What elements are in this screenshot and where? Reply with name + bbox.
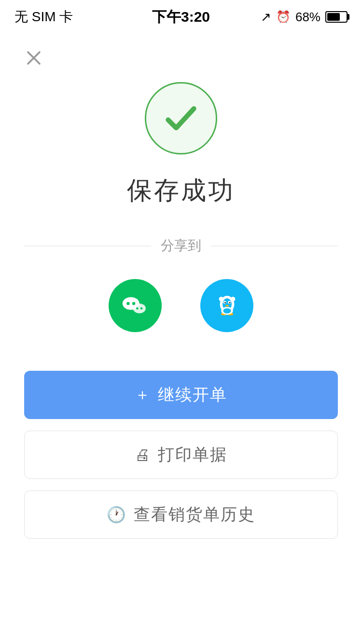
svg-point-21 — [230, 297, 235, 301]
success-icon-circle — [145, 82, 217, 154]
status-bar: 无 SIM 卡 下午3:20 ↗ ⏰ 68% — [0, 0, 362, 34]
history-button[interactable]: 🕐 查看销货单历史 — [24, 490, 338, 539]
svg-point-5 — [132, 302, 135, 305]
svg-point-4 — [126, 302, 129, 305]
battery-percentage: 68% — [295, 10, 320, 25]
history-icon: 🕐 — [107, 505, 126, 524]
svg-point-20 — [219, 297, 223, 301]
status-right: ↗ ⏰ 68% — [261, 10, 348, 25]
qq-share-button[interactable] — [200, 279, 253, 332]
success-title: 保存成功 — [127, 174, 235, 208]
print-label: 打印单据 — [158, 444, 227, 466]
continue-order-button[interactable]: ＋ 继续开单 — [24, 371, 338, 419]
svg-point-19 — [223, 308, 231, 313]
print-button[interactable]: 🖨 打印单据 — [24, 431, 338, 479]
carrier-text: 无 SIM 卡 — [14, 8, 73, 26]
battery-icon — [325, 11, 348, 23]
action-buttons: ＋ 继续开单 🖨 打印单据 🕐 查看销货单历史 — [24, 371, 338, 539]
close-button[interactable] — [19, 43, 48, 72]
status-left: 无 SIM 卡 — [14, 8, 79, 26]
status-time: 下午3:20 — [152, 7, 210, 27]
svg-point-13 — [224, 302, 225, 303]
share-section: 分享到 — [24, 237, 338, 332]
svg-point-15 — [225, 305, 229, 306]
svg-point-6 — [133, 304, 146, 313]
location-icon: ↗ — [261, 10, 271, 25]
share-label: 分享到 — [161, 237, 201, 255]
svg-point-7 — [136, 308, 139, 310]
plus-icon: ＋ — [135, 384, 150, 406]
svg-point-14 — [229, 302, 230, 303]
alarm-icon: ⏰ — [276, 10, 291, 24]
continue-order-label: 继续开单 — [158, 384, 227, 406]
history-label: 查看销货单历史 — [134, 504, 255, 526]
share-divider: 分享到 — [24, 237, 338, 255]
print-icon: 🖨 — [135, 446, 150, 464]
page-content: 保存成功 分享到 — [0, 34, 362, 644]
svg-point-8 — [140, 308, 143, 310]
share-icons — [109, 279, 253, 332]
wechat-share-button[interactable] — [109, 279, 162, 332]
